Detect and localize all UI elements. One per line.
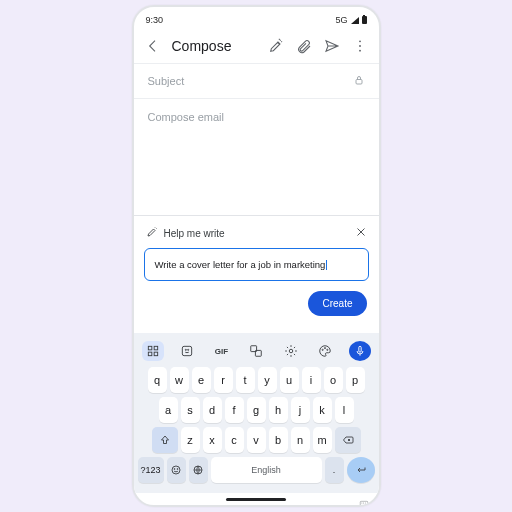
- key-shift[interactable]: [152, 427, 178, 453]
- kbd-gif-label[interactable]: GIF: [211, 341, 233, 361]
- key-d[interactable]: d: [203, 397, 222, 423]
- key-emoji[interactable]: [167, 457, 186, 483]
- key-e[interactable]: e: [192, 367, 211, 393]
- svg-point-14: [322, 349, 323, 350]
- battery-icon: [362, 16, 367, 24]
- svg-rect-22: [360, 501, 368, 505]
- key-g[interactable]: g: [247, 397, 266, 423]
- prompt-input[interactable]: Write a cover letter for a job in market…: [144, 248, 369, 281]
- key-c[interactable]: c: [225, 427, 244, 453]
- subject-row[interactable]: Subject: [134, 63, 379, 98]
- key-period[interactable]: .: [325, 457, 344, 483]
- email-body[interactable]: Compose email: [134, 98, 379, 215]
- key-i[interactable]: i: [302, 367, 321, 393]
- key-m[interactable]: m: [313, 427, 332, 453]
- body-placeholder: Compose email: [148, 111, 224, 123]
- svg-point-15: [324, 348, 325, 349]
- key-b[interactable]: b: [269, 427, 288, 453]
- kbd-row-3: z x c v b n m: [138, 427, 375, 453]
- svg-point-20: [177, 469, 178, 470]
- key-f[interactable]: f: [225, 397, 244, 423]
- key-enter[interactable]: [347, 457, 375, 483]
- key-space[interactable]: English: [211, 457, 322, 483]
- kbd-mic-icon[interactable]: [349, 341, 371, 361]
- key-u[interactable]: u: [280, 367, 299, 393]
- status-bar: 9:30 5G: [134, 7, 379, 29]
- nav-pill[interactable]: [226, 498, 286, 501]
- kbd-switch-icon[interactable]: [359, 494, 369, 504]
- svg-point-23: [361, 503, 362, 504]
- svg-rect-8: [182, 346, 191, 355]
- kbd-settings-icon[interactable]: [280, 341, 302, 361]
- status-time: 9:30: [146, 15, 164, 25]
- key-symbols[interactable]: ?123: [138, 457, 164, 483]
- magic-pen-icon[interactable]: [267, 37, 285, 55]
- key-h[interactable]: h: [269, 397, 288, 423]
- signal-icon: [351, 17, 359, 24]
- svg-rect-6: [148, 352, 152, 356]
- key-v[interactable]: v: [247, 427, 266, 453]
- key-a[interactable]: a: [159, 397, 178, 423]
- key-j[interactable]: j: [291, 397, 310, 423]
- svg-point-13: [289, 349, 293, 353]
- key-backspace[interactable]: [335, 427, 361, 453]
- key-p[interactable]: p: [346, 367, 365, 393]
- key-globe[interactable]: [189, 457, 208, 483]
- key-s[interactable]: s: [181, 397, 200, 423]
- kbd-row-2: a s d f g h j k l: [138, 397, 375, 423]
- kbd-sticker-icon[interactable]: [176, 341, 198, 361]
- keyboard-toolbar: GIF: [138, 337, 375, 367]
- key-y[interactable]: y: [258, 367, 277, 393]
- close-icon[interactable]: [355, 226, 367, 240]
- key-n[interactable]: n: [291, 427, 310, 453]
- key-z[interactable]: z: [181, 427, 200, 453]
- svg-point-24: [363, 503, 364, 504]
- more-icon[interactable]: [351, 37, 369, 55]
- svg-rect-5: [154, 346, 158, 350]
- key-k[interactable]: k: [313, 397, 332, 423]
- create-button[interactable]: Create: [308, 291, 366, 316]
- kbd-apps-icon[interactable]: [142, 341, 164, 361]
- send-icon[interactable]: [323, 37, 341, 55]
- key-x[interactable]: x: [203, 427, 222, 453]
- keyboard: GIF q w e r t y u i o p a s d f g h j k: [134, 333, 379, 493]
- key-t[interactable]: t: [236, 367, 255, 393]
- svg-point-9: [185, 349, 186, 350]
- phone-frame: 9:30 5G Compose Subject Compos: [132, 5, 381, 507]
- kbd-translate-icon[interactable]: [245, 341, 267, 361]
- lock-icon: [353, 74, 365, 88]
- svg-point-16: [327, 349, 328, 350]
- svg-point-25: [364, 503, 365, 504]
- svg-rect-7: [154, 352, 158, 356]
- subject-placeholder: Subject: [148, 75, 185, 87]
- key-r[interactable]: r: [214, 367, 233, 393]
- key-o[interactable]: o: [324, 367, 343, 393]
- back-icon[interactable]: [144, 37, 162, 55]
- panel-title: Help me write: [164, 228, 225, 239]
- key-q[interactable]: q: [148, 367, 167, 393]
- svg-rect-4: [148, 346, 152, 350]
- attach-icon[interactable]: [295, 37, 313, 55]
- kbd-palette-icon[interactable]: [314, 341, 336, 361]
- magic-pen-small-icon: [146, 226, 158, 240]
- svg-point-0: [359, 40, 361, 42]
- text-cursor: [326, 260, 327, 270]
- prompt-value: Write a cover letter for a job in market…: [155, 259, 326, 270]
- svg-point-2: [359, 50, 361, 52]
- key-l[interactable]: l: [335, 397, 354, 423]
- svg-point-18: [172, 466, 180, 474]
- help-me-write-panel: Help me write Write a cover letter for a…: [134, 215, 379, 326]
- svg-point-10: [188, 349, 189, 350]
- svg-point-19: [174, 469, 175, 470]
- system-nav: [134, 493, 379, 505]
- app-bar: Compose: [134, 29, 379, 63]
- svg-rect-17: [358, 346, 360, 352]
- kbd-row-1: q w e r t y u i o p: [138, 367, 375, 393]
- svg-rect-3: [356, 80, 362, 85]
- kbd-row-4: ?123 English .: [138, 457, 375, 483]
- status-network: 5G: [335, 15, 347, 25]
- svg-point-1: [359, 45, 361, 47]
- key-w[interactable]: w: [170, 367, 189, 393]
- page-title: Compose: [172, 38, 232, 54]
